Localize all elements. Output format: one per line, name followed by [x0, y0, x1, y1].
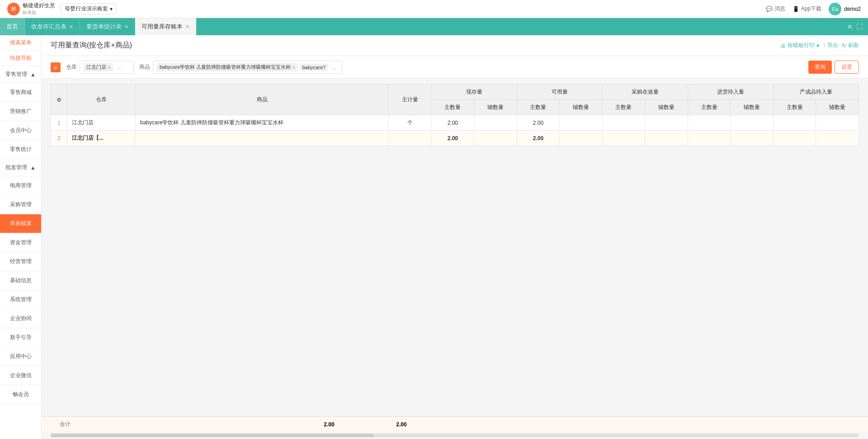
- row-1-available-main-qty: 2.00: [517, 115, 560, 131]
- filter-product-group: 商品 babycare学饮杯 儿童防摔防撞吸管杯重力球吸嘴杯宝宝水杯 × bab…: [139, 61, 342, 74]
- sidebar-item-finance[interactable]: 资金管理: [0, 233, 41, 252]
- row-2-main-unit: [389, 131, 432, 146]
- row-1-num: 1: [51, 115, 67, 131]
- sidebar-item-retail-mall[interactable]: 零售商城: [0, 83, 41, 102]
- avatar: Ea: [829, 3, 841, 15]
- footer-current-main-qty: 2.00: [311, 421, 347, 428]
- query-button[interactable]: 查询: [808, 61, 832, 74]
- sidebar-item-member[interactable]: 会员中心: [0, 121, 41, 140]
- th-incoming-pending: 进货待入量: [688, 85, 773, 100]
- warehouse-more[interactable]: ...: [115, 64, 123, 71]
- close-all-icon[interactable]: ✕: [847, 23, 853, 30]
- row-1-incoming-main-qty: [688, 115, 731, 131]
- sidebar-item-wholesale-mgmt[interactable]: 批发管理 ▲: [0, 159, 41, 176]
- product-input[interactable]: babycare学饮杯 儿童防摔防撞吸管杯重力球吸嘴杯宝宝水杯 × babyca…: [153, 61, 342, 74]
- row-1-current-aux-qty: [474, 115, 517, 131]
- th-incoming-main-qty: 主数量: [688, 100, 731, 115]
- row-1-incoming-aux-qty: [731, 115, 774, 131]
- sidebar-item-newbie[interactable]: 新手引导: [0, 328, 41, 347]
- product-tag-2: babycare?: [300, 64, 328, 71]
- nav-tabs-right: ✕ ⛶: [842, 18, 868, 35]
- row-2-current-aux-qty: [474, 131, 517, 146]
- sidebar-item-purchase[interactable]: 采购管理: [0, 195, 41, 214]
- table-row: 1 江北门店 babycare学饮杯 儿童防摔防撞吸管杯重力球吸嘴杯宝宝水杯 个…: [51, 115, 859, 131]
- export-button[interactable]: ↑ 导出: [823, 42, 838, 49]
- row-2-purchase-aux-qty: [645, 131, 688, 146]
- scroll-thumb[interactable]: [51, 434, 374, 437]
- sidebar-item-app-center[interactable]: 应用中心: [0, 347, 41, 366]
- tab-inventory[interactable]: 可用量库存账本 ✕: [135, 18, 196, 35]
- sidebar-item-member2[interactable]: 畅会员: [0, 385, 41, 404]
- row-1-purchase-main-qty: [602, 115, 645, 131]
- nav-tabs: 首页 收发存汇总表 ✕ 要货单统计表 ✕ 可用量库存账本 ✕ ✕ ⛶: [0, 18, 868, 35]
- filter-actions: 查询 设置: [808, 61, 859, 74]
- footer-available-main-qty: 2.00: [383, 421, 420, 428]
- sidebar-item-retail-mgmt[interactable]: 零售管理 ▲: [0, 66, 41, 83]
- message-button[interactable]: 💬 消息: [766, 5, 785, 13]
- sidebar-item-ecommerce[interactable]: 电商管理: [0, 176, 41, 195]
- scroll-track: [51, 434, 859, 437]
- warehouse-tag: 江北门店 ×: [84, 63, 113, 71]
- th-gear[interactable]: ⚙: [51, 85, 67, 115]
- sidebar-item-basic-info[interactable]: 基础信息: [0, 271, 41, 290]
- user-menu[interactable]: Ea demo2: [829, 3, 861, 15]
- sidebar-item-enterprise[interactable]: 企业协同: [0, 309, 41, 328]
- page-header: 可用量查询(按仓库+商品) 🖨 按模板打印 ▾ ↑ 导出 ↻ 刷新: [42, 35, 868, 56]
- table-area: ⚙ 仓库 商品 主计量 现存量 可用量 采购在途量 进货待入量 产成品待入量 主…: [42, 79, 868, 151]
- row-1-current-main-qty: 2.00: [431, 115, 474, 131]
- th-purchase-aux-qty: 辅数量: [645, 100, 688, 115]
- th-current-aux-qty: 辅数量: [474, 100, 517, 115]
- row-2-available-main-qty: 2.00: [517, 131, 560, 146]
- sidebar-item-system[interactable]: 系统管理: [0, 290, 41, 309]
- row-2-product: [135, 131, 388, 146]
- tab-close-inventory[interactable]: ✕: [185, 24, 189, 30]
- row-1-product: babycare学饮杯 儿童防摔防撞吸管杯重力球吸嘴杯宝宝水杯: [135, 115, 388, 131]
- sidebar-item-marketing[interactable]: 营销推广: [0, 102, 41, 121]
- top-bar-left: 好 畅捷通好生意 标准版 母婴行业演示账套 ▾: [7, 2, 117, 16]
- top-bar: 好 畅捷通好生意 标准版 母婴行业演示账套 ▾ 💬 消息 📱 App下载 Ea …: [0, 0, 868, 18]
- expand-button[interactable]: »: [51, 62, 61, 72]
- table-wrapper: ⚙ 仓库 商品 主计量 现存量 可用量 采购在途量 进货待入量 产成品待入量 主…: [42, 79, 868, 416]
- filter-warehouse-group: 仓库 江北门店 × ...: [66, 61, 134, 74]
- row-2-production-aux-qty: [816, 131, 859, 146]
- app-download-button[interactable]: 📱 App下载: [793, 5, 821, 13]
- fullscreen-icon[interactable]: ⛶: [856, 23, 863, 30]
- table-footer: 合计 2.00 2.00: [42, 416, 868, 432]
- tab-home[interactable]: 首页: [0, 18, 25, 35]
- th-current-main-qty: 主数量: [431, 100, 474, 115]
- logo-text: 畅捷通好生意 标准版: [23, 2, 55, 16]
- row-2-warehouse: 江北门店【...: [67, 131, 136, 146]
- sidebar-item-operations[interactable]: 经营管理: [0, 252, 41, 271]
- th-purchase-main-qty: 主数量: [602, 100, 645, 115]
- sidebar-item-enterprise-wechat[interactable]: 企业微信: [0, 366, 41, 385]
- product-more[interactable]: ...: [330, 64, 338, 71]
- sidebar-quick-nav[interactable]: 快捷导航: [0, 51, 41, 66]
- scroll-bar-area: [42, 432, 868, 439]
- row-2-production-main-qty: [773, 131, 816, 146]
- th-product: 商品: [135, 85, 388, 115]
- main-layout: 搜索菜单 快捷导航 零售管理 ▲ 零售商城 营销推广 会员中心 零售统计 批发管…: [0, 35, 868, 439]
- row-1-available-aux-qty: [560, 115, 603, 131]
- sidebar-item-inventory-check[interactable]: 库存核算: [0, 214, 41, 233]
- row-2-num: 2: [51, 131, 67, 146]
- refresh-button[interactable]: ↻ 刷新: [842, 42, 859, 49]
- tab-receive[interactable]: 收发存汇总表 ✕: [25, 18, 80, 35]
- product-tag-1-remove[interactable]: ×: [292, 65, 295, 70]
- settings-button[interactable]: 设置: [835, 61, 859, 74]
- warehouse-tag-remove[interactable]: ×: [108, 65, 110, 70]
- print-button[interactable]: 🖨 按模板打印 ▾: [780, 42, 819, 49]
- page-title: 可用量查询(按仓库+商品): [51, 41, 132, 50]
- footer-label: 合计: [51, 420, 105, 428]
- row-1-purchase-aux-qty: [645, 115, 688, 131]
- tab-close-receive[interactable]: ✕: [69, 24, 73, 30]
- row-2-current-main-qty: 2.00: [431, 131, 474, 146]
- tab-close-order[interactable]: ✕: [124, 24, 128, 30]
- row-2-incoming-main-qty: [688, 131, 731, 146]
- product-tag-1: babycare学饮杯 儿童防摔防撞吸管杯重力球吸嘴杯宝宝水杯 ×: [157, 63, 298, 71]
- sidebar-item-retail-stats[interactable]: 零售统计: [0, 140, 41, 159]
- logo-icon: 好: [7, 3, 20, 15]
- tab-order[interactable]: 要货单统计表 ✕: [80, 18, 135, 35]
- store-selector[interactable]: 母婴行业演示账套 ▾: [61, 3, 117, 14]
- warehouse-input[interactable]: 江北门店 × ...: [80, 61, 134, 74]
- sidebar-search[interactable]: 搜索菜单: [0, 35, 41, 51]
